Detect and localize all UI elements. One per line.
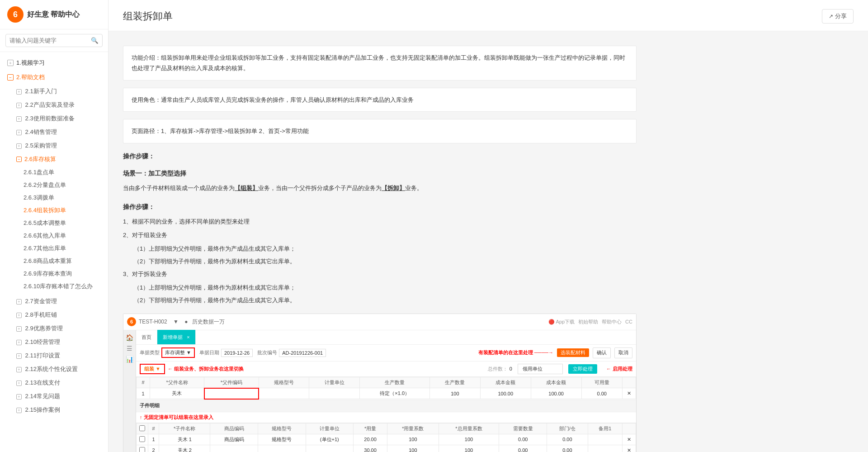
- sidebar-item-coupon[interactable]: + 2.9优惠券管理: [16, 322, 108, 335]
- th-sub-name: *子件名称: [159, 423, 210, 434]
- sidebar-item-goods-cost[interactable]: 2.6.8商品成本重算: [24, 255, 108, 267]
- sidebar-item-transfer[interactable]: 2.6.3调拨单: [24, 191, 108, 204]
- fake-main-app: 首页 新增单据 × 单据类型 库存调整 ▼ 单据日期 2019-12-: [136, 330, 636, 452]
- fake-btn-2[interactable]: 确认: [593, 347, 611, 358]
- sidebar-item-inv-account[interactable]: 2.6.9库存账本查询: [24, 267, 108, 280]
- sidebar-item-ops[interactable]: + 2.10经营管理: [16, 335, 108, 349]
- fake-app-logo: 6: [127, 317, 136, 326]
- table-row: 1 关木 1 商品编码 规格型号 (单位+1) 20.00 100 100 0.: [137, 434, 636, 445]
- disassembly-term: 【拆卸】: [382, 185, 405, 191]
- expand-icon: +: [16, 313, 22, 318]
- expand-icon: +: [16, 326, 22, 332]
- nav-group-helpdocs: − 2.帮助文档 + 2.1新手入门 + 2.2产品安装及登录 + 2.3使用前…: [0, 70, 108, 417]
- expand-icon: +: [16, 381, 22, 386]
- fake-processing-input: 领用单位: [518, 364, 563, 374]
- sidebar-item-label: 1.视频学习: [16, 59, 45, 67]
- td-spec: [259, 388, 309, 399]
- fake-assembly-select: 组装 ▼: [140, 364, 165, 374]
- fake-batch-value: AD-20191226-001: [279, 349, 326, 357]
- fake-label-type: 单据类型: [140, 349, 160, 356]
- share-button[interactable]: ↗ 分享: [822, 9, 854, 24]
- sidebar-item-cost-adjust[interactable]: 2.6.5成本调整单: [24, 217, 108, 229]
- select-all-checkbox[interactable]: [139, 425, 145, 431]
- th-sub-spec: 规格型号: [258, 423, 306, 434]
- sidebar-item-install-login[interactable]: + 2.2产品安装及登录: [16, 98, 108, 112]
- intro-block-1: 功能介绍：组装拆卸单用来处理企业组装或拆卸等加工业务，支持有固定装配清单的产品加…: [123, 46, 637, 81]
- th-dept: 部门/仓: [547, 423, 588, 434]
- th-unit: 计量单位: [309, 377, 360, 388]
- expand-icon: +: [16, 89, 22, 95]
- sidebar-item-sales[interactable]: + 2.4销售管理: [16, 125, 108, 139]
- td-avail: 0.00: [581, 388, 622, 399]
- content-body: 功能介绍：组装拆卸单用来处理企业组装或拆卸等加工业务，支持有固定装配清单的产品加…: [108, 31, 651, 452]
- expand-icon: +: [16, 394, 22, 400]
- fake-screen: 6 TEST-H002 ▼ ● 历史数据一万 🔴 App下载 初始帮助 帮助中心…: [123, 314, 636, 452]
- th-sub-num: #: [148, 423, 159, 434]
- help-docs-subitems: + 2.1新手入门 + 2.2产品安装及登录 + 2.3使用前数据准备 + 2.…: [0, 85, 108, 417]
- sidebar-item-mobile[interactable]: + 2.8手机旺铺: [16, 308, 108, 322]
- fake-type-value: 库存调整 ▼: [161, 347, 195, 358]
- fake-bottom-table-container: # *子件名称 商品编码 规格型号 计量单位 *用量 *用量系数 *总用量系数: [136, 423, 636, 452]
- row-checkbox[interactable]: [139, 447, 145, 452]
- collapse-icon: −: [7, 74, 14, 81]
- fake-btn-3[interactable]: 取消: [614, 347, 632, 358]
- intro-block-2: 使用角色：通常由生产人员或库管人员完成拆装业务的操作，库管人员确认原材料的出库和…: [123, 88, 637, 112]
- expand-icon: +: [16, 367, 22, 372]
- th-spare: 备用1: [588, 423, 622, 434]
- sidebar-item-data-prep[interactable]: + 2.3使用前数据准备: [16, 112, 108, 125]
- fake-qty-val: 0: [509, 366, 512, 371]
- sidebar-item-help-docs[interactable]: − 2.帮助文档: [0, 70, 108, 85]
- fake-middle-row: 组装 ▼ ← 组装业务、拆卸业务在这里切换 总件数： 0 领用单位: [136, 362, 636, 377]
- sidebar-item-purchase[interactable]: + 2.5采购管理: [16, 139, 108, 152]
- fake-top-table-container: # *父件名称 *父件编码 规格型号 计量单位 生产数量 生产数量 成本金额 成: [136, 377, 636, 400]
- expand-icon: +: [7, 60, 14, 66]
- fake-tab-home[interactable]: 首页: [136, 330, 157, 344]
- th-action: [623, 377, 636, 388]
- sidebar-item-new-user[interactable]: + 2.1新手入门: [16, 85, 108, 98]
- fake-icon-home: 🏠: [126, 334, 133, 341]
- fake-date-value: 2019-12-26: [221, 349, 253, 357]
- annotation-text-3: ← 启用处理: [606, 366, 632, 372]
- fake-type-toggle: 组装 ▼ ← 组装业务、拆卸业务在这里切换: [140, 364, 244, 374]
- fake-left-icons: 🏠 ☰ 📊: [123, 330, 136, 452]
- step-3-2: （2）下部明细为子件明细，最终作为产成品生成其它入库单。: [123, 295, 637, 306]
- fake-tab-bar: 首页 新增单据 ×: [136, 330, 636, 345]
- sidebar-item-video-learning[interactable]: + 1.视频学习: [0, 56, 108, 70]
- sidebar-item-personalize[interactable]: + 2.12系统个性化设置: [16, 362, 108, 376]
- sidebar-item-partial-stocktake[interactable]: 2.6.2分量盘点单: [24, 179, 108, 191]
- sidebar-item-practice[interactable]: + 2.15操作案例: [16, 403, 108, 417]
- sidebar-item-other-out[interactable]: 2.6.7其他出库单: [24, 242, 108, 255]
- fake-top-table-body: 1 关木 待定（×1.0） 100 100.00 100.00: [137, 388, 636, 399]
- content-header: 组装拆卸单 ↗ 分享: [108, 0, 868, 31]
- sidebar-item-finance[interactable]: + 2.7资金管理: [16, 295, 108, 308]
- expand-icon: +: [16, 408, 22, 413]
- th-parent-name: *父件名称: [150, 377, 204, 388]
- sidebar-item-other-in[interactable]: 2.6.6其他入库单: [24, 229, 108, 242]
- annotation-text-1: 有装配清单的在这里处理 ────→: [478, 349, 553, 356]
- sidebar-item-inventory[interactable]: − 2.6库存核算: [16, 152, 108, 166]
- fake-process-btn[interactable]: 立即处理: [568, 364, 597, 374]
- table-row: 2 关木 2 30.00 100 100 0.00: [137, 445, 636, 452]
- nav-group-video: + 1.视频学习: [0, 56, 108, 70]
- expand-icon: +: [16, 299, 22, 305]
- th-sub-unit: 计量单位: [306, 423, 354, 434]
- sidebar-item-inv-wrong[interactable]: 2.6.10库存账本错了怎么办: [24, 280, 108, 293]
- td-prod-qty: 待定（×1.0）: [360, 388, 430, 399]
- logo-text: 好生意 帮助中心: [27, 10, 80, 19]
- sidebar-item-faq[interactable]: + 2.14常见问题: [16, 390, 108, 403]
- fake-tab-new[interactable]: 新增单据 ×: [157, 330, 196, 344]
- td-cost2: 100.00: [531, 388, 581, 399]
- sidebar-item-online-pay[interactable]: + 2.13在线支付: [16, 376, 108, 390]
- sidebar-item-assembly[interactable]: 2.6.4组装拆卸单: [24, 204, 108, 217]
- search-box: 🔍: [5, 34, 103, 47]
- th-prod-qty: 生产数量: [360, 377, 430, 388]
- fake-select-btn[interactable]: 选装配材料: [557, 348, 589, 357]
- sidebar-item-print[interactable]: + 2.11打印设置: [16, 349, 108, 362]
- sidebar: 6 好生意 帮助中心 🔍 + 1.视频学习 − 2.帮助文档 + 2: [0, 0, 108, 452]
- intro-text-3: 页面路径：1、库存核算->库存管理->组装拆卸单 2、首页->常用功能: [132, 128, 309, 134]
- fake-annotation-area: 有装配清单的在这里处理 ────→ 选装配材料 确认 取消: [330, 347, 632, 358]
- row-checkbox[interactable]: [139, 436, 145, 442]
- search-button[interactable]: 🔍: [87, 34, 102, 47]
- search-input[interactable]: [6, 34, 87, 47]
- sidebar-item-stocktake[interactable]: 2.6.1盘点单: [24, 166, 108, 179]
